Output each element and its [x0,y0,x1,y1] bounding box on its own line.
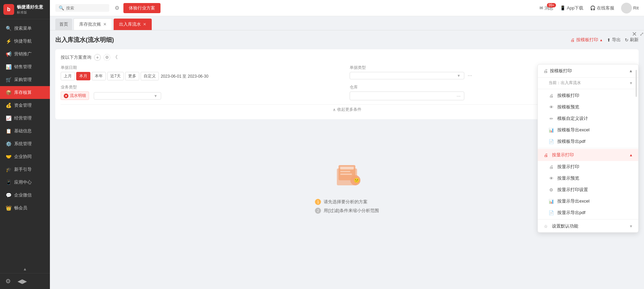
filter-header: 按以下方案查询 + ⚙ 《 [61,54,633,61]
sidebar-item-operation[interactable]: 📈 经营管理 [0,112,50,125]
sidebar-item-member[interactable]: 👑 畅会员 [0,202,50,214]
sidebar-item-guide[interactable]: 🎓 新手引导 [0,163,50,176]
dp-item-template-preview[interactable]: 👁 按模板预览 [538,101,638,113]
tab-batch-label: 库存批次账 [79,21,101,27]
dp-item-display-excel[interactable]: 📊 按显示导出excel [538,195,638,207]
sidebar-item-label: 企业协同 [14,154,32,160]
search-box[interactable]: 🔍 [55,4,109,12]
sidebar-item-finance[interactable]: 💰 资金管理 [0,99,50,112]
sidebar-item-marketing[interactable]: 📢 营销推广 [0,48,50,60]
type-select[interactable]: ▼ [350,72,464,79]
dp-item-template-pdf[interactable]: 📄 按模板导出pdf [538,136,638,147]
ellipsis-icon: ··· [457,93,461,99]
tab-flow-close-icon[interactable]: ✕ [143,22,146,27]
svg-rect-4 [340,174,352,175]
date-tab-this-year[interactable]: 本年 [92,72,106,80]
gear-icon[interactable]: ⚙ [115,5,119,11]
app-icon: 📱 [5,179,11,185]
finance-icon: 💰 [5,102,11,108]
dp-item-display-print[interactable]: 🖨 按显示打印 [538,161,638,173]
settings-gear-icon[interactable]: ⚙ [5,278,11,285]
printer-icon: 🖨 [543,68,548,74]
print-template-btn[interactable]: 🖨 按模板打印 ▲ [570,37,603,43]
date-tab-last-month[interactable]: 上月 [61,72,75,80]
biz-type-select[interactable]: ▼ [94,92,161,100]
more-options-icon[interactable]: ··· [468,73,472,79]
message-btn[interactable]: ✉ 消息 99+ [539,5,553,11]
tag-icon: ● [64,94,68,98]
sidebar-item-basic[interactable]: 📋 基础信息 [0,125,50,137]
filter-biz-item: 业务类型 ● 流水明细 ▼ [61,84,344,100]
dp-item-display-pdf[interactable]: 📄 按显示导出pdf [538,207,638,218]
export-btn[interactable]: ⬆ 导出 [607,37,621,43]
sidebar-item-search[interactable]: 🔍 搜索菜单 [0,22,50,35]
dp-item-display-preview[interactable]: 👁 按显示预览 [538,173,638,184]
date-tab-7days[interactable]: 近7天 [107,72,124,80]
printer-icon: 🖨 [570,37,575,43]
date-tab-more[interactable]: 更多 [125,72,139,80]
sidebar-collapse-icon[interactable]: ◀▶ [18,278,27,285]
sidebar-item-inventory[interactable]: 📦 库存核算 [0,86,50,99]
sidebar-item-purchase[interactable]: 🛒 采购管理 [0,73,50,86]
chevron-down-icon: ▼ [154,94,157,98]
app-download-btn[interactable]: 📱 App下载 [560,5,583,11]
filter-biz-label: 业务类型 [61,84,344,90]
close-window-icon[interactable]: ✕ [632,30,637,38]
sidebar-item-system[interactable]: ⚙️ 系统管理 [0,137,50,150]
sidebar-item-appcenter[interactable]: 📱 应用中心 [0,176,50,189]
dp-current: 当前：出入库流水 ▼ [538,78,638,88]
dp-item-template-print[interactable]: 🖨 按模板打印 [538,90,638,101]
sidebar-scroll-up[interactable]: ▲ [0,265,50,273]
filter-tag[interactable]: ● 流水明细 [61,91,89,100]
filter-collapse-icon[interactable]: 《 [113,54,118,60]
member-icon: 👑 [5,205,11,211]
sidebar-item-shortcut[interactable]: ⚡ 快捷导航 [0,35,50,48]
topbar: 🔍 ⚙ 体验行业方案 ✉ 消息 99+ 📱 App下载 🎧 在线客服 Rit [50,0,644,16]
dp-header-arrow[interactable]: ▲ [629,69,633,73]
online-service-btn[interactable]: 🎧 在线客服 [590,5,614,11]
sidebar-item-label: 应用中心 [14,179,32,185]
topbar-actions: ⚙ [115,5,119,11]
page-title-text: 出入库流水(流水明细) [55,36,114,44]
sidebar-item-label: 资金管理 [14,102,32,108]
dp-divider-1 [538,89,638,89]
dp-item-template-excel[interactable]: 📊 按模板导出excel [538,124,638,136]
dp-item-default-func[interactable]: ☆ 设置默认功能 ▼ [538,220,638,232]
filter-settings-icon[interactable]: ⚙ [104,54,110,61]
search-input[interactable] [66,6,100,10]
sidebar-item-corp[interactable]: 🤝 企业协同 [0,150,50,163]
industry-btn[interactable]: 体验行业方案 [123,3,160,13]
sidebar-item-sales[interactable]: 📊 销售管理 [0,60,50,73]
logo-text: 畅捷通好生意 标准版 [17,4,43,15]
dp-divider-3 [538,219,638,219]
dp-section-display[interactable]: 🖨 按显示打印 ▲ [538,149,638,161]
tab-home[interactable]: 首页 [55,19,72,30]
corp-icon: 🤝 [5,154,11,160]
content-area: ✕ ⤢ 出入库流水(流水明细) 🖨 按模板打印 ▲ ⬆ 导出 ↻ 刷新 [50,30,644,289]
dp-item-label: 按显示导出pdf [557,210,585,216]
sidebar-item-label: 销售管理 [14,64,32,70]
warehouse-select[interactable]: ··· [350,91,464,100]
sidebar-item-wechat[interactable]: 💬 企业微信 [0,189,50,202]
tab-flow[interactable]: 出入库流水 ✕ [114,19,152,30]
message-icon: ✉ [539,5,543,10]
empty-tip-1: 1 请先选择要分析的方案 [315,199,379,205]
maximize-window-icon[interactable]: ⤢ [640,31,644,37]
dp-display-items: 🖨 按显示打印 👁 按显示预览 ⚙ 按显示打印设置 📊 按显示导出excel 📄 [538,161,638,218]
tab-batch[interactable]: 库存批次账 ✕ [74,18,112,30]
user-area[interactable]: Rit [621,3,639,14]
add-filter-icon[interactable]: + [94,54,101,61]
date-tab-this-month[interactable]: 本月 [76,72,90,80]
dp-title: 🖨 按模板打印 [543,68,572,74]
wechat-icon: 💬 [5,192,11,198]
tip1-number: 1 [315,199,321,205]
date-tab-custom[interactable]: 自定义 [141,72,159,80]
tab-batch-close-icon[interactable]: ✕ [103,22,107,27]
dp-item-display-settings[interactable]: ⚙ 按显示打印设置 [538,184,638,195]
dp-divider-2 [538,148,638,148]
operation-icon: 📈 [5,115,11,121]
guide-icon: 🎓 [5,166,11,173]
dp-item-template-custom[interactable]: ✏ 模板自定义设计 [538,113,638,124]
sidebar: b 畅捷通好生意 标准版 🔍 搜索菜单 ⚡ 快捷导航 📢 营销推广 📊 销售管理… [0,0,50,289]
scrollbar[interactable] [636,70,637,97]
